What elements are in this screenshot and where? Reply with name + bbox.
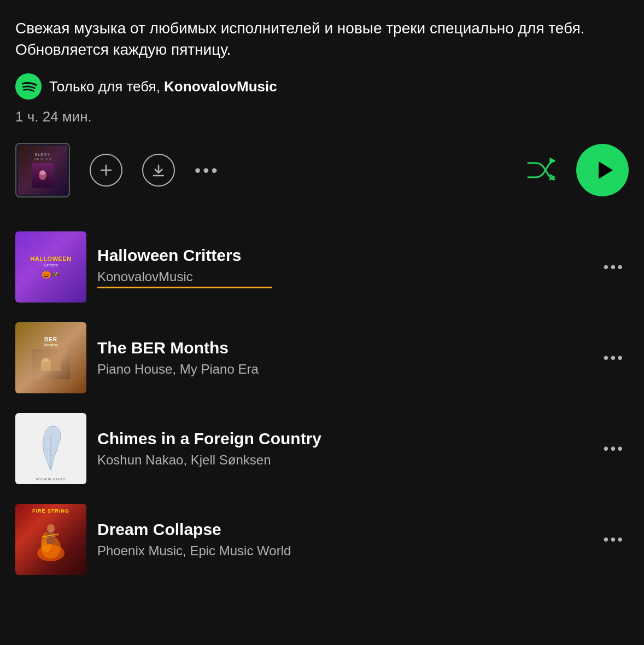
track-info: Dream Collapse Phoenix Music, Epic Music… (97, 520, 588, 559)
controls-row: ELEGY OF SOULS (15, 143, 629, 197)
track-artist: KonovalovMusic (97, 269, 588, 284)
shuffle-button[interactable] (524, 156, 557, 184)
artist-underline (97, 287, 272, 288)
spotify-logo-icon (15, 73, 42, 100)
current-album-thumb[interactable]: ELEGY OF SOULS (15, 143, 70, 197)
track-item: BER Months The BER Months Piano (15, 312, 629, 403)
track-info: Chimes in a Foreign Country Koshun Nakao… (97, 429, 588, 468)
play-button[interactable] (576, 144, 629, 196)
track-title: Dream Collapse (97, 520, 588, 539)
for-you-row: Только для тебя, KonovalovMusic (15, 73, 629, 100)
track-artist: Phoenix Music, Epic Music World (97, 543, 588, 559)
track-title: The BER Months (97, 339, 588, 357)
track-artwork: BER Months (15, 322, 86, 393)
svg-marker-8 (599, 161, 613, 179)
track-artwork: KOSHUN NAKAO (15, 413, 86, 484)
track-info: Halloween Critters KonovalovMusic (97, 246, 588, 288)
track-list: HALLOWEEN Critters 🎃🦇 Halloween Critters… (15, 222, 629, 585)
track-info: The BER Months Piano House, My Piano Era (97, 339, 588, 377)
track-item: KOSHUN NAKAO Chimes in a Foreign Country… (15, 403, 629, 494)
track-more-button[interactable]: ••• (599, 254, 629, 280)
track-item: HALLOWEEN Critters 🎃🦇 Halloween Critters… (15, 222, 629, 312)
more-options-button[interactable]: ••• (195, 160, 220, 181)
dream-art-label: FIRE STRING (15, 508, 86, 514)
playlist-description: Свежая музыка от любимых исполнителей и … (15, 18, 629, 60)
track-artwork: FIRE STRING (15, 504, 86, 575)
track-artist: Piano House, My Piano Era (97, 362, 588, 377)
track-item: FIRE STRING Dream (15, 494, 629, 585)
svg-point-7 (549, 159, 553, 162)
svg-point-11 (43, 358, 49, 362)
for-you-text: Только для тебя, KonovalovMusic (49, 78, 277, 95)
track-more-button[interactable]: ••• (599, 345, 629, 371)
track-artwork: HALLOWEEN Critters 🎃🦇 (15, 231, 86, 303)
track-more-button[interactable]: ••• (599, 526, 629, 553)
playlist-duration: 1 ч. 24 мин. (15, 108, 629, 125)
track-artist: Koshun Nakao, Kjell Sønksen (97, 452, 588, 468)
track-more-button[interactable]: ••• (599, 435, 629, 462)
add-button[interactable] (90, 154, 122, 187)
download-button[interactable] (142, 154, 175, 187)
svg-point-15 (47, 524, 55, 533)
svg-rect-10 (52, 357, 61, 371)
svg-point-2 (40, 171, 45, 175)
track-title: Chimes in a Foreign Country (97, 429, 588, 448)
track-title: Halloween Critters (97, 246, 588, 265)
